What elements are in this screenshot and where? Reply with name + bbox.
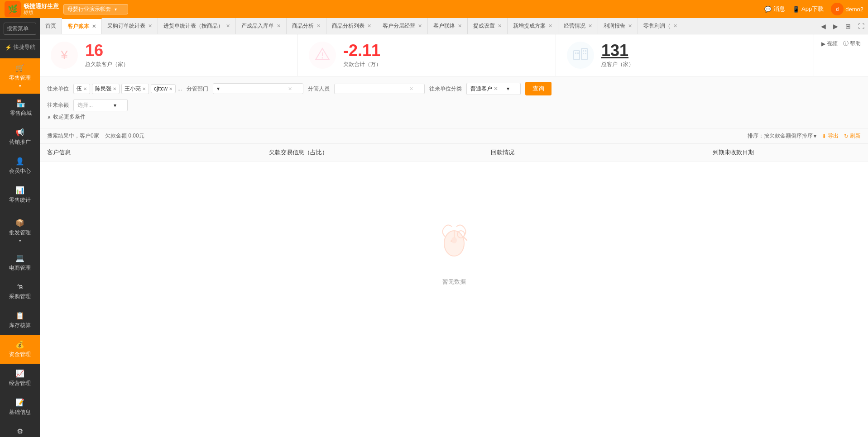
tab-close-commission-settings[interactable]: ✕ <box>498 23 502 29</box>
tab-close-goods-analysis[interactable]: ✕ <box>317 23 321 29</box>
account-selector[interactable]: 母婴行业演示帐套 ▾ <box>63 4 128 14</box>
sidebar-item-purchase-mgmt[interactable]: 🛍 采购管理 <box>0 277 40 306</box>
tab-customer-tier[interactable]: 客户分层经营 ✕ <box>377 18 428 34</box>
sidebar-item-marketing[interactable]: 📢 营销推广 <box>0 123 40 152</box>
unit-tag-wang-close[interactable]: ✕ <box>142 86 146 91</box>
stat-value-clients: 131 <box>601 43 634 59</box>
filter-row-1: 往来单位 伍 ✕ 陈民强 ✕ 王小亮 <box>47 82 861 95</box>
table-body: 暂无数据 <box>40 162 868 342</box>
sidebar-item-finance-mgmt[interactable]: 💰 资金管理 <box>0 335 40 364</box>
app-download-btn[interactable]: 📱 App下载 <box>792 5 824 13</box>
tab-goods-analysis-list[interactable]: 商品分析列表 ✕ <box>326 18 377 34</box>
person-clear-icon[interactable]: ✕ <box>409 86 413 92</box>
tab-home[interactable]: 首页 <box>40 18 62 34</box>
tab-close-new-commission[interactable]: ✕ <box>548 23 552 29</box>
collapse-filter-btn[interactable]: ∧ 收起更多条件 <box>47 113 861 121</box>
member-center-icon: 👤 <box>15 157 24 166</box>
unit-tag-cjttcw-close[interactable]: ✕ <box>169 86 173 91</box>
unit-tag-cjttcw: cjttcw ✕ <box>151 84 176 93</box>
tab-close-purchase-order[interactable]: ✕ <box>148 23 152 29</box>
col-header-debt-info: 欠款交易信息（占比） <box>269 148 491 157</box>
sidebar-item-ops-mgmt[interactable]: 📈 经营管理 <box>0 364 40 393</box>
sidebar-item-retail-stats[interactable]: 📊 零售统计 <box>0 180 40 209</box>
sidebar-item-wholesale-mgmt[interactable]: 📦 批发管理 ▾ <box>0 213 40 248</box>
marketing-icon: 📢 <box>15 128 24 137</box>
tab-next-btn[interactable]: ▶ <box>830 18 842 34</box>
tab-expand-btn[interactable]: ⊞ <box>842 18 854 34</box>
main-content: ¥ 16 总欠款客户（家） <box>40 34 868 437</box>
sidebar-item-member-center[interactable]: 👤 会员中心 <box>0 152 40 180</box>
tab-bar: 首页 客户账本 ✕ 采购订单统计表 ✕ 进货单统计表（按商品） ✕ 产成品入库单… <box>40 18 868 34</box>
dept-clear-icon[interactable]: ✕ <box>288 86 292 92</box>
unit-tag-chen-close[interactable]: ✕ <box>113 86 116 91</box>
stat-icon-debt <box>309 42 336 69</box>
balance-chevron-icon: ▾ <box>114 102 116 109</box>
search-menu-area: 搜索菜单 <box>0 18 40 40</box>
logo-area: 🌿 畅捷通好生意 标版 <box>5 1 59 17</box>
stat-icon-customers: ¥ <box>51 42 78 69</box>
sort-button[interactable]: 排序：按欠款金额倒序排序 ▾ <box>748 132 816 140</box>
tab-business-status[interactable]: 经营情况 ✕ <box>558 18 598 34</box>
svg-rect-7 <box>583 50 584 52</box>
refresh-button[interactable]: ↻ 刷新 <box>844 132 861 140</box>
stat-label-debt: 欠款合计（万） <box>343 61 381 68</box>
stat-total-customers: ¥ 16 总欠款客户（家） <box>40 34 298 76</box>
export-button[interactable]: ⬇ 导出 <box>822 132 839 140</box>
sidebar-item-inventory-check[interactable]: 📋 库存核算 <box>0 306 40 335</box>
category-filter-label: 往来单位分类 <box>429 85 462 93</box>
tab-inbound-stats[interactable]: 进货单统计表（按商品） ✕ <box>158 18 236 34</box>
tab-fullscreen-btn[interactable]: ⛶ <box>854 18 868 34</box>
tab-customer-account[interactable]: 客户账本 ✕ <box>62 18 102 34</box>
person-filter-label: 分管人员 <box>308 85 330 93</box>
wholesale-arrow-icon: ▾ <box>19 238 21 243</box>
tab-close-retail-profit[interactable]: ✕ <box>673 23 677 29</box>
tab-actions: ◀ ▶ ⊞ ⛶ <box>817 18 868 34</box>
sidebar-item-retail-mgmt[interactable]: 🛒 零售管理 ▾ <box>0 58 40 94</box>
sidebar-item-retail-mall[interactable]: 🏪 零售商城 <box>0 94 40 123</box>
quick-nav-button[interactable]: ⚡ 快捷导航 <box>0 40 40 55</box>
svg-rect-4 <box>581 48 587 60</box>
tab-profit-report[interactable]: 利润报告 ✕ <box>598 18 638 34</box>
tab-retail-profit[interactable]: 零售利润（ ✕ <box>638 18 683 34</box>
tab-close-business-status[interactable]: ✕ <box>588 23 592 29</box>
sidebar-item-system-mgmt[interactable]: ⚙ 系统管理 <box>0 422 40 437</box>
search-menu-button[interactable]: 搜索菜单 <box>4 23 36 35</box>
tab-new-commission[interactable]: 新增提成方案 ✕ <box>508 18 558 34</box>
category-tag-close[interactable]: ✕ <box>494 86 498 92</box>
user-avatar[interactable]: d demo2 <box>831 3 863 15</box>
unit-filter-label: 往来单位 <box>47 85 69 93</box>
category-select[interactable]: 普通客户 ✕ ▾ <box>466 83 521 95</box>
video-help-btn[interactable]: ▶ 视频 <box>821 40 838 48</box>
retail-mgmt-icon: 🛒 <box>15 64 24 72</box>
help-icon: ⓘ <box>843 40 849 48</box>
tab-close-goods-analysis-list[interactable]: ✕ <box>367 23 371 29</box>
tab-customer-contact[interactable]: 客户联络 ✕ <box>428 18 468 34</box>
balance-select[interactable]: 选择... ▾ <box>73 99 128 111</box>
tab-close-customer-tier[interactable]: ✕ <box>418 23 422 29</box>
tab-close-customer-account[interactable]: ✕ <box>92 24 96 29</box>
sidebar-item-basic-info[interactable]: 📝 基础信息 <box>0 393 40 422</box>
tab-prev-btn[interactable]: ◀ <box>817 18 830 34</box>
tab-goods-analysis[interactable]: 商品分析 ✕ <box>287 18 326 34</box>
sidebar-item-ecommerce[interactable]: 💻 电商管理 <box>0 248 40 277</box>
filter-row-2: 往来余额 选择... ▾ <box>47 99 861 111</box>
help-btn[interactable]: ⓘ 帮助 <box>843 40 861 48</box>
dept-select[interactable]: ▾ ✕ <box>213 83 303 94</box>
tab-close-profit-report[interactable]: ✕ <box>628 23 632 29</box>
logo-text: 畅捷通好生意 <box>24 3 59 10</box>
debt-amount-text: 欠款金额 0.00元 <box>105 133 144 139</box>
unit-tag-wu-close[interactable]: ✕ <box>83 86 87 91</box>
stat-total-debt: -2.11 欠款合计（万） <box>298 34 556 76</box>
tab-close-product-inbound[interactable]: ✕ <box>277 23 281 29</box>
tab-close-customer-contact[interactable]: ✕ <box>458 23 462 29</box>
query-button[interactable]: 查询 <box>525 82 551 95</box>
person-select[interactable]: ✕ <box>334 84 425 94</box>
tab-commission-settings[interactable]: 提成设置 ✕ <box>468 18 508 34</box>
results-info-bar: 搜索结果中，客户0家 欠款金额 0.00元 排序：按欠款金额倒序排序 ▾ ⬇ 导… <box>40 128 868 144</box>
message-btn[interactable]: 💬 消息 <box>764 5 785 13</box>
tab-product-inbound[interactable]: 产成品入库单 ✕ <box>236 18 287 34</box>
unit-filter-more[interactable]: ... <box>177 86 182 92</box>
unit-filter-tags: 伍 ✕ 陈民强 ✕ 王小亮 ✕ <box>73 84 182 94</box>
tab-purchase-order[interactable]: 采购订单统计表 ✕ <box>102 18 158 34</box>
tab-close-inbound-stats[interactable]: ✕ <box>226 23 230 29</box>
